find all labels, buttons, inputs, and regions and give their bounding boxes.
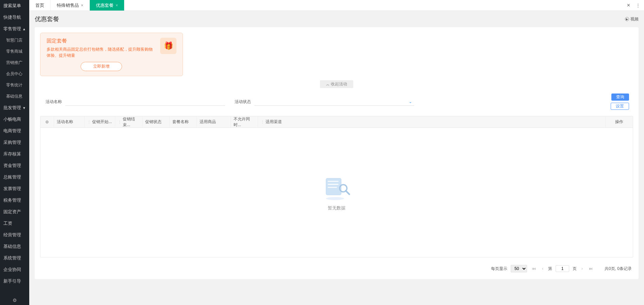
sidebar-item-basicinfo2[interactable]: 基础信息	[0, 241, 29, 252]
sidebar-search[interactable]: 搜索菜单	[0, 0, 29, 12]
sidebar-sub-smartstore[interactable]: 智慧门店	[0, 35, 29, 46]
sidebar: 搜索菜单 快捷导航 零售管理 ▲ 智慧门店 零售商城 营销推广 会员中心 零售统…	[0, 0, 29, 305]
video-help-link[interactable]: ▶ 视频	[625, 16, 639, 22]
gift-icon: 🎁	[164, 41, 173, 50]
col-package[interactable]: 套餐名称	[170, 116, 197, 128]
table: ⚙ 活动名称 ⋮促销开始... ⋮促销结束... 促销状态 套餐名称 适用商品 …	[40, 116, 633, 257]
promo-desc: 多款相关商品固定总价打包销售，随选搭配，提升顾客购物体验、提升销量	[47, 46, 156, 58]
collapse-label: 收起活动	[331, 81, 347, 87]
col-label: 活动名称	[57, 119, 73, 125]
page-word: 第	[548, 266, 552, 272]
tabbar-right: ✕ ⋮	[625, 0, 644, 11]
col-goods[interactable]: 适用商品	[197, 116, 231, 128]
sidebar-item-wholesale[interactable]: 批发管理 ▼	[0, 102, 29, 114]
chevron-down-icon: ⌄	[409, 99, 412, 104]
col-disallow[interactable]: 不允许同时...	[231, 116, 258, 128]
sidebar-item-label: 发票管理	[3, 186, 21, 192]
table-empty: 暂无数据	[40, 128, 633, 257]
sidebar-item-label: 智慧门店	[6, 37, 22, 43]
sidebar-sub-retailstats[interactable]: 零售统计	[0, 80, 29, 91]
sidebar-item-ecommerce[interactable]: 电商管理	[0, 125, 29, 137]
table-head: ⚙ 活动名称 ⋮促销开始... ⋮促销结束... 促销状态 套餐名称 适用商品 …	[40, 116, 633, 128]
promo-card-fixed: 固定套餐 多款相关商品固定总价打包销售，随选搭配，提升顾客购物体验、提升销量 立…	[40, 33, 183, 76]
sidebar-item-ledger[interactable]: 总账管理	[0, 171, 29, 183]
sidebar-item-invoice[interactable]: 发票管理	[0, 183, 29, 194]
sidebar-item-xiaochang[interactable]: 小畅电商	[0, 114, 29, 125]
sidebar-item-label: 会员中心	[6, 71, 22, 77]
page-number-input[interactable]	[556, 265, 569, 272]
sidebar-item-purchase[interactable]: 采购管理	[0, 137, 29, 148]
collapse-activity-button[interactable]: ︽ 收起活动	[320, 80, 353, 88]
col-label: 不允许同时...	[234, 116, 255, 128]
more-icon[interactable]: ⋮	[634, 2, 641, 9]
col-end[interactable]: ⋮促销结束...	[115, 116, 142, 128]
col-label: 适用渠道	[266, 119, 282, 125]
sidebar-item-newbie[interactable]: 新手引导	[0, 275, 29, 287]
sidebar-item-tax[interactable]: 税务管理	[0, 194, 29, 206]
sidebar-item-label: 新手引导	[3, 278, 21, 284]
filter-activity-status: 活动状态 ⌄	[233, 98, 414, 106]
per-page-label: 每页显示	[491, 266, 507, 272]
drag-icon: ⋮	[261, 120, 264, 124]
sidebar-item-inventory[interactable]: 库存核算	[0, 148, 29, 160]
col-start[interactable]: ⋮促销开始...	[85, 116, 115, 128]
promo-new-button[interactable]: 立即新增	[81, 62, 122, 71]
close-icon[interactable]: ×	[116, 3, 118, 8]
col-label: 促销结束...	[123, 116, 139, 128]
sidebar-item-quicknav[interactable]: 快捷导航	[0, 12, 29, 23]
prev-page-button[interactable]: ‹	[541, 266, 545, 271]
sidebar-item-label: 零售管理	[3, 26, 21, 32]
config-button[interactable]: 设置	[611, 103, 629, 110]
column-settings-button[interactable]: ⚙	[40, 116, 54, 128]
sidebar-item-label: 小畅电商	[3, 116, 21, 122]
sidebar-item-enterprise[interactable]: 企业协同	[0, 264, 29, 275]
sidebar-item-fixedasset[interactable]: 固定资产	[0, 206, 29, 218]
sidebar-item-salary[interactable]: 工资	[0, 218, 29, 229]
caret-down-icon: ▼	[22, 106, 26, 110]
sidebar-sub-retailmall[interactable]: 零售商城	[0, 46, 29, 57]
close-all-icon[interactable]: ✕	[625, 2, 632, 9]
col-channel[interactable]: ⋮适用渠道	[258, 116, 606, 128]
sidebar-item-label: 零售统计	[6, 82, 22, 88]
tab-home[interactable]: 首页	[29, 0, 51, 11]
tab-specialsales[interactable]: 特殊销售品 ×	[51, 0, 90, 11]
filter-row: 活动名称 活动状态 ⌄ 查询 设置	[35, 88, 639, 111]
close-icon[interactable]: ×	[81, 3, 83, 8]
tab-label: 首页	[35, 2, 44, 9]
video-label: 视频	[630, 16, 639, 22]
promo-title: 固定套餐	[47, 38, 156, 44]
promo-icon-wrap: 🎁	[160, 38, 176, 54]
filter-label: 活动状态	[233, 99, 251, 105]
col-activity-name[interactable]: 活动名称	[54, 116, 85, 128]
col-status[interactable]: 促销状态	[142, 116, 170, 128]
activity-name-input[interactable]	[65, 98, 225, 106]
sidebar-sub-marketing[interactable]: 营销推广	[0, 57, 29, 68]
tab-package[interactable]: 优惠套餐 ×	[90, 0, 124, 11]
first-page-button[interactable]: ⏮	[530, 266, 537, 271]
sidebar-item-retail[interactable]: 零售管理 ▲	[0, 23, 29, 35]
svg-point-2	[326, 197, 344, 200]
sidebar-item-label: 零售商城	[6, 49, 22, 54]
per-page-select[interactable]: 50	[511, 265, 527, 272]
svg-line-1	[346, 191, 350, 194]
gear-icon[interactable]: ⚙	[13, 298, 17, 303]
sidebar-item-label: 基础信息	[6, 94, 22, 99]
sidebar-item-fund[interactable]: 资金管理	[0, 160, 29, 171]
sidebar-item-business[interactable]: 经营管理	[0, 229, 29, 241]
sidebar-sub-member[interactable]: 会员中心	[0, 68, 29, 80]
sidebar-item-label: 系统管理	[3, 255, 21, 261]
col-label: 套餐名称	[172, 119, 189, 125]
drag-icon: ⋮	[87, 120, 91, 124]
activity-status-select[interactable]: ⌄	[254, 98, 414, 106]
filter-label: 活动名称	[44, 99, 62, 105]
sidebar-item-label: 库存核算	[3, 151, 21, 157]
page-title: 优惠套餐	[35, 15, 625, 23]
last-page-button[interactable]: ⏭	[588, 266, 594, 271]
next-page-button[interactable]: ›	[580, 266, 584, 271]
sidebar-sub-basicinfo[interactable]: 基础信息	[0, 91, 29, 102]
col-label: 促销状态	[145, 119, 162, 125]
pager: 每页显示 50 ⏮ ‹ 第 页 › ⏭ 共0页, 0条记录	[40, 262, 633, 275]
sidebar-item-system[interactable]: 系统管理	[0, 252, 29, 264]
sidebar-item-label: 快捷导航	[3, 14, 21, 20]
query-button[interactable]: 查询	[611, 94, 629, 101]
